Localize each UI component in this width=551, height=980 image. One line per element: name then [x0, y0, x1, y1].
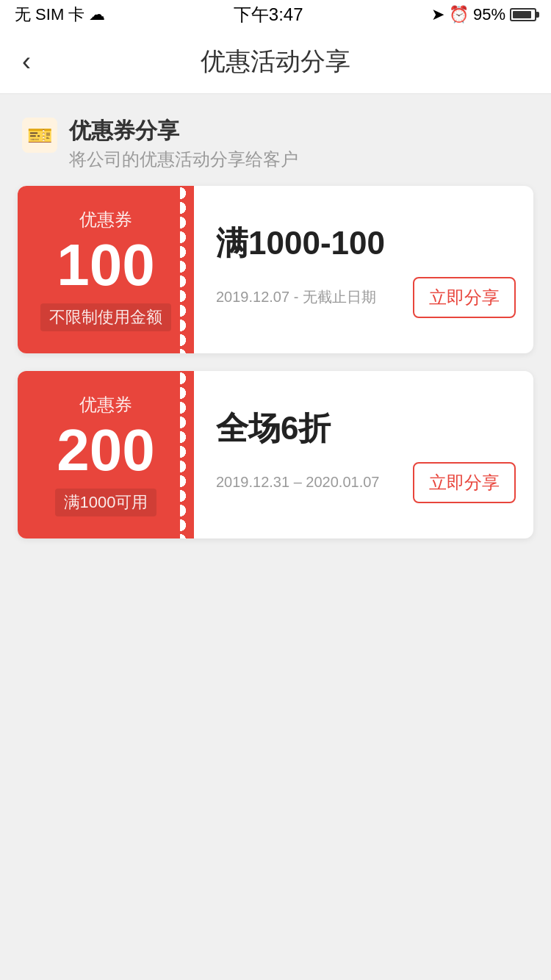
coupon-right-1: 全场6折 2019.12.31 – 2020.01.07 立即分享: [194, 371, 533, 538]
status-right: ➤ ⏰ 95%: [431, 5, 536, 24]
coupon-type-1: 优惠券: [79, 393, 132, 417]
bottom-area: [0, 556, 551, 923]
coupon-date-0: 2019.12.07 - 无截止日期: [216, 287, 407, 307]
coupon-title-0: 满1000-100: [216, 222, 516, 265]
coupon-type-0: 优惠券: [79, 208, 132, 231]
alarm-icon: ⏰: [449, 5, 469, 24]
section-text: 优惠券分享 将公司的优惠活动分享给客户: [69, 116, 298, 171]
coupon-title-1: 全场6折: [216, 407, 516, 450]
status-left: 无 SIM 卡 ☁: [15, 4, 105, 26]
coupon-footer-1: 2019.12.31 – 2020.01.07 立即分享: [216, 462, 516, 503]
coupon-value-0: 100: [57, 236, 154, 295]
battery-icon: [510, 8, 536, 21]
coupon-value-1: 200: [57, 421, 154, 480]
coupon-date-1: 2019.12.31 – 2020.01.07: [216, 474, 407, 491]
back-icon: ‹: [22, 46, 31, 76]
coupon-share-icon: 🎫: [22, 118, 57, 153]
coupon-footer-0: 2019.12.07 - 无截止日期 立即分享: [216, 277, 516, 318]
share-button-0[interactable]: 立即分享: [413, 277, 516, 318]
back-button[interactable]: ‹: [22, 46, 31, 77]
status-time: 下午3:47: [234, 3, 303, 26]
location-icon: ➤: [431, 5, 444, 24]
share-button-1[interactable]: 立即分享: [413, 462, 516, 503]
coupon-left-0: 优惠券 100 不限制使用金额: [18, 186, 194, 353]
sim-status: 无 SIM 卡 ☁: [15, 4, 105, 26]
coupon-card: 优惠券 100 不限制使用金额 满1000-100 2019.12.07 - 无…: [18, 186, 533, 353]
coupons-list: 优惠券 100 不限制使用金额 满1000-100 2019.12.07 - 无…: [0, 186, 551, 556]
section-title: 优惠券分享: [69, 116, 298, 145]
section-subtitle: 将公司的优惠活动分享给客户: [69, 148, 298, 171]
page-title: 优惠活动分享: [201, 45, 350, 79]
coupon-right-0: 满1000-100 2019.12.07 - 无截止日期 立即分享: [194, 186, 533, 353]
battery-percent: 95%: [473, 5, 505, 24]
coupon-condition-0: 不限制使用金额: [40, 303, 171, 331]
svg-text:🎫: 🎫: [27, 123, 53, 148]
section-header: 🎫 优惠券分享 将公司的优惠活动分享给客户: [0, 94, 551, 186]
coupon-left-1: 优惠券 200 满1000可用: [18, 371, 194, 538]
nav-bar: ‹ 优惠活动分享: [0, 29, 551, 94]
coupon-card: 优惠券 200 满1000可用 全场6折 2019.12.31 – 2020.0…: [18, 371, 533, 538]
status-bar: 无 SIM 卡 ☁ 下午3:47 ➤ ⏰ 95%: [0, 0, 551, 29]
coupon-condition-1: 满1000可用: [55, 489, 157, 516]
